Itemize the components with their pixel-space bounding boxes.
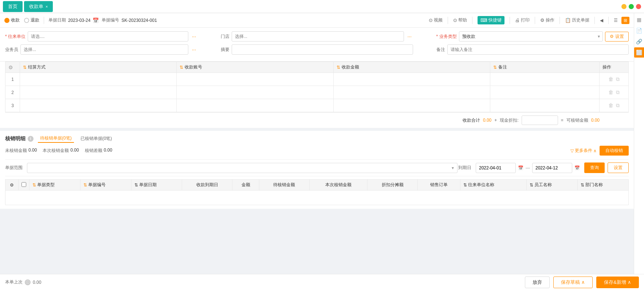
biz-settings-button[interactable]: ⚙ 设置 — [605, 32, 629, 42]
filter-date-label: 到期日 — [458, 165, 471, 171]
filter-range-input[interactable] — [27, 163, 458, 173]
verify-empty-row — [5, 191, 629, 205]
sidebar-table-icon[interactable]: ▦ — [634, 15, 644, 25]
verify-title-text: 核销明细 — [5, 136, 25, 142]
operations-label: 操作 — [546, 17, 554, 23]
verify-select-all[interactable] — [21, 182, 26, 187]
summary-discount-input[interactable] — [522, 115, 558, 125]
help-action[interactable]: ⊙ 帮助 — [453, 17, 467, 23]
verify-col-dept: ⇅ 部门名称 — [578, 180, 629, 191]
calendar-to-icon[interactable]: 📅 — [574, 165, 580, 171]
row-1-remark[interactable] — [490, 73, 600, 86]
counterpart-more-icon[interactable]: ··· — [191, 34, 198, 39]
remark-input[interactable] — [447, 44, 629, 55]
row-3-ops: 🗑 ⧉ — [600, 99, 629, 112]
auto-verify-button[interactable]: 自动核销 — [600, 146, 629, 156]
shortcut-action[interactable]: ⌨ 快捷键 — [478, 16, 504, 24]
summary-row: 收款合计 0.00 + 现金折扣: = 可核销金额 0.00 — [5, 112, 629, 128]
col-remark-label: 备注 — [498, 64, 507, 70]
counterpart-input[interactable] — [28, 31, 188, 42]
current-stat: 本次核销金额 0.00 — [43, 148, 79, 154]
row-3-account[interactable] — [177, 99, 333, 112]
calendar-from-icon[interactable]: 📅 — [518, 165, 523, 171]
print-action[interactable]: 🖨 打印 — [515, 17, 530, 23]
date-to-input[interactable] — [532, 163, 572, 173]
sidebar-link-icon[interactable]: 🔗 — [634, 36, 644, 47]
current-value: 0.00 — [70, 148, 79, 154]
store-input[interactable] — [232, 31, 404, 42]
row-3-amount[interactable] — [333, 99, 490, 112]
row-1-amount[interactable] — [333, 73, 490, 86]
query-button[interactable]: 查询 — [584, 162, 605, 173]
list-view-action[interactable]: ☰ — [614, 18, 618, 23]
biz-type-select[interactable]: 预收款 — [459, 31, 603, 42]
video-action[interactable]: ⊙ 视频 — [429, 17, 443, 23]
filter-range-arrow[interactable]: ▾ — [452, 165, 454, 171]
row-2-delete-icon[interactable]: 🗑 — [608, 89, 613, 95]
filter-action-group: 查询 设置 — [584, 162, 629, 173]
row-1-delete-icon[interactable]: 🗑 — [608, 76, 613, 82]
col-amount-header: ⇅ 收款金额 — [333, 62, 490, 73]
divider-4 — [510, 17, 510, 24]
col-settle-label: 结算方式 — [28, 64, 46, 70]
grid-view-action[interactable]: ⊞ — [621, 17, 629, 24]
verify-gear-header[interactable]: ⚙ — [5, 180, 19, 191]
maximize-button[interactable] — [629, 4, 634, 9]
history-action[interactable]: 📋 历史单据 — [565, 17, 589, 23]
more-filter-label: 更多条件 — [575, 148, 592, 154]
verify-checkbox-header[interactable] — [19, 180, 30, 191]
minimize-button[interactable] — [621, 4, 627, 9]
staff-more-icon[interactable]: ··· — [191, 47, 198, 52]
verify-due-date-label: 收款到期日 — [196, 182, 218, 187]
verify-tab-pending[interactable]: 待核销单据(0笔) — [38, 134, 74, 143]
verify-col-current: 本次核销金额 — [309, 180, 367, 191]
doc-date-label: 单据日期 — [48, 17, 66, 23]
tab-home[interactable]: 首页 — [3, 1, 23, 12]
radio-receipt-dot — [4, 18, 9, 23]
tab-close-icon[interactable]: × — [46, 4, 48, 9]
divider-7 — [594, 17, 595, 24]
close-button[interactable] — [636, 4, 641, 9]
staff-input[interactable] — [20, 44, 188, 55]
row-1-settle[interactable] — [20, 73, 177, 86]
row-3-delete-icon[interactable]: 🗑 — [608, 102, 613, 108]
radio-receipt[interactable]: 收款 — [4, 17, 20, 23]
calendar-icon[interactable]: 📅 — [93, 17, 99, 23]
summary-input[interactable] — [232, 44, 413, 55]
radio-refund[interactable]: 退款 — [24, 17, 39, 23]
row-2-settle[interactable] — [20, 86, 177, 99]
verify-tab-done[interactable]: 已核销单据(0笔) — [78, 135, 114, 142]
verify-header: 核销明细 i 待核销单据(0笔) 已核销单据(0笔) — [5, 134, 629, 143]
verify-info-icon[interactable]: i — [28, 136, 34, 142]
table-gear-header[interactable]: ⚙ — [5, 62, 20, 73]
row-3-copy-icon[interactable]: ⧉ — [616, 102, 620, 108]
summary-available-value: 0.00 — [591, 118, 600, 123]
verify-gear-icon[interactable]: ⚙ — [10, 183, 14, 188]
row-2-account[interactable] — [177, 86, 333, 99]
row-1-copy-icon[interactable]: ⧉ — [616, 76, 620, 82]
row-3-remark[interactable] — [490, 99, 600, 112]
print-label: 打印 — [521, 17, 530, 23]
sidebar-doc-icon[interactable]: 📄 — [634, 26, 644, 36]
store-more-icon[interactable]: ··· — [406, 34, 413, 39]
verify-type-sort-icon: ⇅ — [32, 183, 36, 188]
date-from-input[interactable] — [476, 163, 516, 173]
more-filter-arrow: ∧ — [593, 148, 597, 153]
date-range-group: 📅 — 📅 — [476, 163, 580, 173]
row-2-remark[interactable] — [490, 86, 600, 99]
row-2-copy-icon[interactable]: ⧉ — [616, 89, 620, 95]
operations-action[interactable]: ⚙ 操作 — [540, 17, 554, 23]
prev-page-action[interactable]: ◀ — [600, 18, 603, 23]
row-1-account[interactable] — [177, 73, 333, 86]
more-filter-button[interactable]: ▽ 更多条件 ∧ — [570, 148, 597, 154]
verify-current-label: 本次核销金额 — [325, 182, 352, 187]
verify-col-amount: 金额 — [232, 180, 259, 191]
remark-label: 备注 — [436, 47, 445, 53]
sidebar-camera-icon[interactable]: ⬜ — [634, 47, 644, 58]
tab-active[interactable]: 收款单 × — [24, 1, 53, 12]
verify-settings-button[interactable]: 设置 — [608, 162, 629, 173]
row-2-amount[interactable] — [333, 86, 490, 99]
table-gear-icon[interactable]: ⚙ — [8, 64, 13, 70]
filter-icon: ▽ — [570, 148, 574, 153]
row-3-settle[interactable] — [20, 99, 177, 112]
